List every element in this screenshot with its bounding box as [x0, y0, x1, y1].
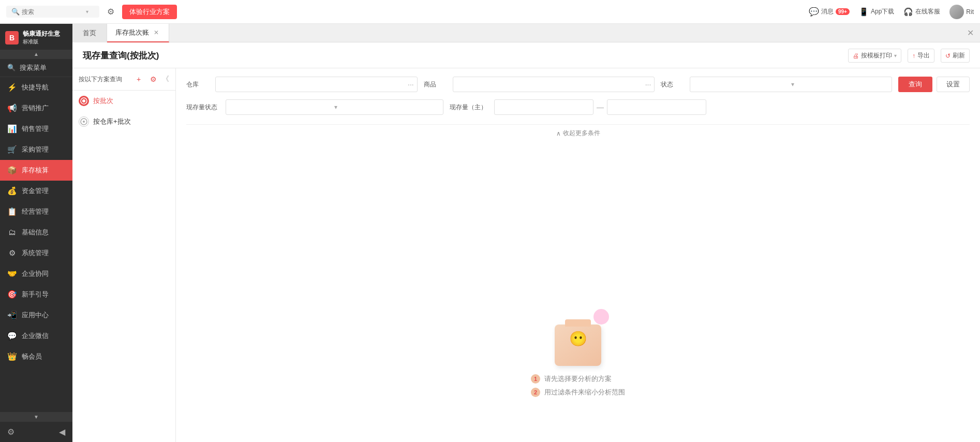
top-bar: 🔍 ▾ ⚙ 体验行业方案 💬 消息 99+ 📱 App下载 🎧 在线客服 Rit [0, 0, 980, 24]
collapse-icon: 《 [162, 75, 169, 83]
qty-input-max[interactable] [607, 99, 706, 115]
scheme-sidebar-actions: + ⚙ 《 [133, 73, 169, 85]
settings-icon[interactable]: ⚙ [7, 427, 14, 437]
sidebar-item-quick-nav[interactable]: ⚡ 快捷导航 [0, 77, 72, 98]
inv-status-label: 现存量状态 [186, 103, 222, 112]
qty-max-field[interactable] [612, 104, 702, 111]
customer-service-label: 在线客服 [915, 7, 940, 16]
status-select[interactable]: ▾ [690, 77, 892, 92]
app-center-icon: 📲 [7, 311, 17, 320]
warehouse-label: 仓库 [186, 80, 212, 89]
box-lid [565, 319, 591, 327]
box-body: 😶 [555, 325, 601, 366]
app-version: 标准版 [23, 38, 60, 46]
sidebar-item-label: 基础信息 [22, 228, 49, 237]
app-download-button[interactable]: 📱 App下载 [859, 7, 894, 17]
scheme-gear-icon: ⚙ [150, 75, 157, 83]
tab-batch-label: 库存批次账 [115, 28, 149, 37]
goods-field[interactable] [457, 81, 650, 88]
main-body: 按以下方案查询 + ⚙ 《 [72, 68, 980, 442]
filter-row-1: 仓库 ··· 商品 ··· [186, 77, 970, 92]
inv-status-select[interactable]: ▾ [226, 99, 443, 115]
phone-icon: 📱 [859, 7, 869, 17]
empty-tip-2: 2 用过滤条件来缩小分析范围 [531, 388, 625, 397]
gear-button[interactable]: ⚙ [103, 5, 118, 19]
tab-batch-account[interactable]: 库存批次账 ✕ [107, 24, 169, 42]
print-dropdown-icon[interactable]: ▾ [894, 53, 897, 58]
sidebar-item-wechat[interactable]: 💬 企业微信 [0, 326, 72, 346]
tab-close-button[interactable]: ✕ [152, 28, 160, 37]
scheme-collapse-button[interactable]: 《 [162, 75, 169, 84]
scheme-settings-button[interactable]: ⚙ [147, 73, 159, 85]
tab-home-label: 首页 [83, 28, 96, 38]
print-button[interactable]: 🖨 按模板打印 ▾ [848, 49, 901, 63]
experience-button[interactable]: 体验行业方案 [122, 5, 177, 19]
app-download-label: App下载 [871, 7, 894, 16]
basic-icon: 🗂 [7, 228, 17, 237]
sidebar-search-button[interactable]: 🔍 搜索菜单 [0, 59, 72, 77]
collapse-sidebar-icon[interactable]: ◀ [59, 427, 65, 437]
tab-right-close-button[interactable]: ✕ [961, 28, 980, 38]
sidebar-item-member[interactable]: 👑 畅会员 [0, 346, 72, 367]
qty-min-field[interactable] [499, 104, 589, 111]
sidebar-item-label: 新手引导 [22, 290, 49, 299]
sidebar-search-icon: 🔍 [7, 64, 16, 71]
sidebar-item-sales[interactable]: 📊 销售管理 [0, 119, 72, 139]
tab-home[interactable]: 首页 [72, 24, 107, 42]
sidebar-item-marketing[interactable]: 📢 营销推广 [0, 98, 72, 119]
sidebar-item-basic[interactable]: 🗂 基础信息 [0, 222, 72, 243]
dropdown-icon[interactable]: ▾ [86, 9, 88, 14]
messages-label: 消息 [821, 7, 834, 16]
empty-tips: 1 请先选择要分析的方案 2 用过滤条件来缩小分析范围 [531, 374, 625, 397]
svg-point-3 [83, 121, 85, 123]
sidebar-item-label: 营销推广 [22, 104, 49, 113]
refresh-button[interactable]: ↺ 刷新 [941, 49, 970, 63]
export-button[interactable]: ↑ 导出 [908, 49, 934, 63]
content-area: 首页 库存批次账 ✕ ✕ 现存量查询(按批次) 🖨 按模板打印 ▾ [72, 24, 980, 442]
messages-button[interactable]: 💬 消息 99+ [809, 7, 850, 17]
logo-char: B [9, 34, 14, 42]
query-button[interactable]: 查询 [898, 77, 932, 92]
sidebar-item-finance[interactable]: 💰 资金管理 [0, 181, 72, 201]
customer-service-button[interactable]: 🎧 在线客服 [903, 7, 940, 17]
sidebar-item-app-center[interactable]: 📲 应用中心 [0, 305, 72, 326]
scheme-item-batch[interactable]: 按批次 [72, 91, 175, 111]
search-bar[interactable]: 🔍 ▾ [6, 6, 99, 18]
scheme-add-button[interactable]: + [133, 73, 144, 85]
export-icon: ↑ [912, 52, 915, 60]
status-label: 状态 [661, 80, 687, 89]
inv-status-group: 现存量状态 ▾ [186, 99, 443, 115]
qty-input-min[interactable] [494, 99, 593, 115]
user-menu-button[interactable]: Rit [949, 5, 974, 19]
scheme-item-warehouse-batch[interactable]: 按仓库+批次 [72, 111, 175, 132]
sidebar-item-system[interactable]: ⚙ 系统管理 [0, 243, 72, 263]
search-input[interactable] [22, 8, 84, 16]
right-panel: 仓库 ··· 商品 ··· [176, 68, 980, 442]
sidebar-item-enterprise[interactable]: 🤝 企业协同 [0, 263, 72, 284]
inv-qty-label: 现存量（主） [450, 103, 491, 112]
sidebar-item-operation[interactable]: 📋 经营管理 [0, 201, 72, 222]
warehouse-field[interactable] [220, 81, 413, 88]
newbie-icon: 🎯 [7, 290, 17, 299]
print-label: 按模板打印 [861, 51, 892, 60]
sidebar-item-label: 资金管理 [22, 186, 49, 196]
warehouse-more-icon[interactable]: ··· [408, 80, 414, 89]
goods-more-icon[interactable]: ··· [645, 80, 651, 89]
avatar [949, 5, 964, 19]
sidebar-item-inventory[interactable]: 📦 库存核算 [0, 160, 72, 181]
sidebar-item-label: 企业协同 [22, 269, 49, 278]
goods-input[interactable]: ··· [453, 77, 655, 92]
collapse-more-button[interactable]: ∧ 收起更多条件 [186, 124, 970, 142]
empty-tip-1: 1 请先选择要分析的方案 [531, 374, 625, 384]
sidebar-item-purchase[interactable]: 🛒 采购管理 [0, 139, 72, 160]
sidebar-scroll-up[interactable]: ▲ [0, 50, 72, 59]
sidebar-scroll-down[interactable]: ▼ [0, 412, 72, 421]
sidebar-item-label: 系统管理 [22, 248, 49, 258]
sidebar: B 畅康通好生意 标准版 ▲ 🔍 搜索菜单 ⚡ 快捷导航 📢 营销推广 📊 [0, 24, 72, 442]
settings-button[interactable]: 设置 [937, 77, 970, 92]
sidebar-item-newbie[interactable]: 🎯 新手引导 [0, 284, 72, 305]
goods-filter-group: 商品 ··· [424, 77, 655, 92]
top-bar-right: 💬 消息 99+ 📱 App下载 🎧 在线客服 Rit [809, 5, 974, 19]
warehouse-input[interactable]: ··· [215, 77, 418, 92]
collapse-more-label: 收起更多条件 [563, 129, 600, 138]
